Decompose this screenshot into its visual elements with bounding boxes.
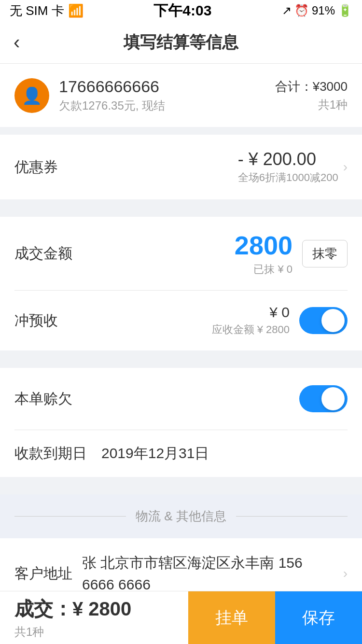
precollect-toggle[interactable] <box>299 307 348 334</box>
bottom-amount: 成交：¥ 2800 <box>14 596 174 622</box>
duedate-value: 2019年12月31日 <box>101 444 209 463</box>
debt-toggle[interactable] <box>299 385 348 412</box>
status-left: 无 SIM 卡 📶 <box>10 2 84 19</box>
precollect-right: ¥ 0 应收金额 ¥ 2800 <box>212 304 348 337</box>
bottom-count: 共1种 <box>14 624 174 640</box>
battery-text: 91% <box>312 4 335 17</box>
section-separator-2 <box>0 358 362 368</box>
page-title: 填写结算等信息 <box>124 31 238 54</box>
avatar: 👤 <box>14 78 49 113</box>
battery-icon: 🔋 <box>338 4 352 17</box>
coupon-row[interactable]: 优惠券 - ¥ 200.00 全场6折满1000减200 › <box>0 135 362 199</box>
debt-label: 本单赊欠 <box>14 389 72 409</box>
amount-info: 2800 已抹 ¥ 0 <box>235 230 292 277</box>
total-count: 共1种 <box>275 97 348 112</box>
debt-card: 本单赊欠 收款到期日 2019年12月31日 <box>0 368 362 477</box>
precollect-values: ¥ 0 应收金额 ¥ 2800 <box>212 304 290 337</box>
customer-left: 👤 17666666666 欠款1276.35元, 现结 <box>14 77 165 113</box>
customer-debt: 欠款1276.35元, 现结 <box>59 98 165 113</box>
toggle-thumb <box>321 309 345 332</box>
debt-row: 本单赊欠 <box>0 368 362 430</box>
status-time: 下午4:03 <box>153 1 211 21</box>
address-label: 客户地址 <box>14 564 72 584</box>
coupon-card: 优惠券 - ¥ 200.00 全场6折满1000减200 › <box>0 135 362 199</box>
amount-card: 成交金额 2800 已抹 ¥ 0 抹零 冲预收 ¥ 0 应收金额 ¥ 2800 <box>0 217 362 350</box>
hang-button[interactable]: 挂单 <box>188 591 275 644</box>
customer-info: 17666666666 欠款1276.35元, 现结 <box>59 77 165 113</box>
nav-bar: ‹ 填写结算等信息 <box>0 21 362 64</box>
amount-sub: 已抹 ¥ 0 <box>235 262 292 277</box>
coupon-label: 优惠券 <box>14 157 58 177</box>
address-value: 张 北京市市辖区海淀区永丰南 156 6666 6666 <box>82 552 334 595</box>
bottom-amount-value: ¥ 2800 <box>72 598 131 619</box>
amount-right: 2800 已抹 ¥ 0 抹零 <box>235 230 348 277</box>
customer-card: 👤 17666666666 欠款1276.35元, 现结 合计：¥3000 共1… <box>0 64 362 127</box>
header-line-left <box>14 516 126 517</box>
section-header-text: 物流 & 其他信息 <box>136 508 226 525</box>
debt-toggle-thumb <box>321 387 345 410</box>
coupon-desc: 全场6折满1000减200 <box>238 170 338 185</box>
save-button[interactable]: 保存 <box>275 591 362 644</box>
header-line-right <box>236 516 348 517</box>
round-button[interactable]: 抹零 <box>302 240 348 267</box>
location-icon: ↗ <box>282 4 292 17</box>
coupon-discount: - ¥ 200.00 <box>238 149 338 169</box>
wifi-icon: 📶 <box>68 3 84 18</box>
amount-row: 成交金额 2800 已抹 ¥ 0 抹零 <box>0 217 362 290</box>
bottom-bar: 成交：¥ 2800 共1种 挂单 保存 <box>0 591 362 644</box>
section-separator-3 <box>0 485 362 494</box>
section-header: 物流 & 其他信息 <box>0 494 362 538</box>
avatar-icon: 👤 <box>22 86 42 105</box>
customer-row: 👤 17666666666 欠款1276.35元, 现结 合计：¥3000 共1… <box>0 64 362 127</box>
status-bar: 无 SIM 卡 📶 下午4:03 ↗ ⏰ 91% 🔋 <box>0 0 362 21</box>
duedate-label: 收款到期日 <box>14 444 87 463</box>
coupon-right: - ¥ 200.00 全场6折满1000减200 › <box>238 149 348 185</box>
amount-label: 成交金额 <box>14 244 72 264</box>
section-separator-1 <box>0 207 362 217</box>
total-label: 合计：¥3000 <box>275 78 348 95</box>
duedate-row: 收款到期日 2019年12月31日 <box>0 430 362 477</box>
amount-value: 2800 <box>235 230 292 260</box>
precollect-sub: 应收金额 ¥ 2800 <box>212 322 290 337</box>
bottom-amount-label: 成交： <box>14 598 72 619</box>
coupon-info: - ¥ 200.00 全场6折满1000减200 <box>238 149 338 185</box>
address-chevron-icon: › <box>343 566 348 581</box>
alarm-icon: ⏰ <box>294 4 309 17</box>
chevron-right-icon: › <box>343 159 348 175</box>
precollect-row: 冲预收 ¥ 0 应收金额 ¥ 2800 <box>0 291 362 350</box>
customer-phone: 17666666666 <box>59 77 165 96</box>
bottom-summary: 成交：¥ 2800 共1种 <box>0 596 188 640</box>
signal-text: 无 SIM 卡 <box>10 2 64 19</box>
precollect-amount: ¥ 0 <box>212 304 290 321</box>
status-right: ↗ ⏰ 91% 🔋 <box>282 4 352 17</box>
back-button[interactable]: ‹ <box>14 31 20 53</box>
customer-right: 合计：¥3000 共1种 <box>275 78 348 112</box>
content: 👤 17666666666 欠款1276.35元, 现结 合计：¥3000 共1… <box>0 64 362 644</box>
precollect-label: 冲预收 <box>14 311 58 331</box>
